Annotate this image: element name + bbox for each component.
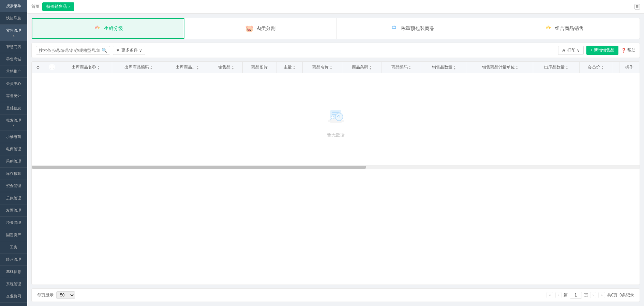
th-product-img: 商品图片 [242,62,276,73]
sort-arrows-product-code[interactable]: ▲▼ [409,65,411,70]
toggle-sidebar-icon[interactable]: ☰ [634,4,640,10]
sort-arrows-barcode[interactable]: ▲▼ [369,65,372,70]
horizontal-scrollbar-thumb[interactable] [32,166,366,169]
svg-point-0 [95,27,97,29]
col-outbound-code: 出库商品编码 [124,64,149,70]
last-page-button[interactable]: » [598,292,605,298]
page-size-select[interactable]: 50 10 20 100 [56,291,75,299]
th-extra [612,62,619,73]
sort-arrows-sale-qty[interactable]: ▲▼ [453,65,456,70]
sidebar-item-guide[interactable]: 新手引导 [0,303,27,306]
help-button[interactable]: ❓ 帮助 [621,47,635,53]
th-checkbox[interactable] [45,62,59,73]
next-page-button[interactable]: › [590,292,596,298]
search-input[interactable] [39,48,100,53]
sidebar-item-finance[interactable]: 资金管理 [0,180,27,192]
sidebar-item-search-menu[interactable]: 搜索菜单 [0,0,27,12]
topbar-home-link[interactable]: 首页 [31,4,40,10]
sort-arrows-sale[interactable]: ▲▼ [231,65,234,70]
sidebar-item-inventory[interactable]: 库存核算 [0,168,27,180]
pagination-bar: 每页显示 50 10 20 100 « ‹ 第 页 › » 共0页 0条记录 [31,288,640,302]
sidebar-item-tax[interactable]: 税务管理 [0,217,27,229]
th-main-qty: 主量 ▲▼ [276,62,303,73]
pagination-left: 每页显示 50 10 20 100 [37,291,75,299]
total-pages: 共0页 [607,292,618,298]
sidebar-item-basic-info[interactable]: 基础信息 [0,102,27,114]
topbar-active-tab[interactable]: 特殊销售品 × [42,2,74,11]
sidebar-item-invoice[interactable]: 发票管理 [0,204,27,217]
th-sale-unit: 销售商品计量单位 ▲▼ [467,62,533,73]
tab-close-icon[interactable]: × [68,5,70,9]
search-menu-label: 搜索菜单 [6,4,21,8]
sidebar: 搜索菜单 快捷导航 零售管理 ▲ 智慧门店 零售商城 营销推广 会员中心 零售统… [0,0,27,306]
col-product-name: 商品名称 [312,64,329,70]
page-content: 生鲜分级 🐷 肉类分割 称重预包装商品 [27,14,644,306]
tab-weigh-prepack[interactable]: 称重预包装商品 [336,18,488,39]
add-product-button[interactable]: + 新增销售品 [586,46,618,55]
tab-combo-sales[interactable]: 组合商品销售 [488,18,640,39]
col-sale-unit: 销售商品计量单位 [482,64,515,70]
weigh-prepack-icon [390,24,398,33]
tab-label-combo: 组合商品销售 [555,26,584,32]
sort-arrows-outbound-etc[interactable]: ▲▼ [196,65,199,70]
first-page-button[interactable]: « [546,292,553,298]
topbar-right: ☰ [634,4,640,10]
page-label: 第 [564,292,568,298]
select-all-checkbox[interactable] [50,65,54,69]
svg-point-8 [548,26,549,27]
sidebar-item-wholesale-mgmt[interactable]: 批发管理 ▼ [0,114,27,131]
sidebar-item-ledger[interactable]: 总账管理 [0,192,27,204]
prev-page-button[interactable]: ‹ [555,292,561,298]
filter-label: 更多条件 [121,47,138,53]
th-outbound-code: 出库商品编码 ▲▼ [112,62,165,73]
col-outbound-name: 出库商品名称 [72,64,96,70]
col-action: 操作 [625,65,633,70]
sidebar-item-retail-mgmt[interactable]: 零售管理 ▲ [0,25,27,41]
horizontal-scrollbar-area[interactable] [32,165,640,169]
sidebar-item-fixed-assets[interactable]: 固定资产 [0,229,27,241]
col-product-code: 商品编码 [391,64,408,70]
th-sale-qty: 销售品数量 ▲▼ [421,62,467,73]
sidebar-item-smart-store[interactable]: 智慧门店 [0,41,27,53]
toolbar-right: 🖨 打印 ∨ + 新增销售品 ❓ 帮助 [558,46,635,55]
sidebar-item-retail-stats[interactable]: 零售统计 [0,90,27,102]
col-sale-qty: 销售品数量 [432,64,452,70]
sidebar-item-ecommerce[interactable]: 小畅电商 [0,131,27,143]
sort-arrows-outbound-code[interactable]: ▲▼ [150,65,152,70]
filter-button[interactable]: ▼ 更多条件 ∨ [113,46,145,55]
sidebar-item-salary[interactable]: 工资 [0,241,27,254]
sidebar-item-purchase-mgmt[interactable]: 采购管理 [0,155,27,168]
combo-sales-icon [544,24,552,33]
sidebar-item-quick-nav[interactable]: 快捷导航 [0,12,27,25]
sidebar-item-enterprise[interactable]: 企业协同 [0,290,27,303]
page-unit: 页 [584,292,588,298]
print-button[interactable]: 🖨 打印 ∨ [558,46,584,55]
sort-arrows-sale-unit[interactable]: ▲▼ [516,65,518,70]
sidebar-item-retail-mall[interactable]: 零售商城 [0,53,27,65]
toolbar: 🔍 ▼ 更多条件 ∨ 🖨 打印 ∨ + 新增销售品 ❓ [31,43,640,58]
tab-fresh-grading[interactable]: 生鲜分级 [32,18,184,39]
tab-label-fresh: 生鲜分级 [104,26,123,32]
sidebar-item-basic-info-2[interactable]: 基础信息 [0,266,27,278]
sidebar-item-operations[interactable]: 经营管理 [0,254,27,266]
sidebar-item-system[interactable]: 系统管理 [0,278,27,290]
sort-arrows-main-qty[interactable]: ▲▼ [293,65,295,70]
sort-arrows-product-name[interactable]: ▲▼ [330,65,332,70]
sidebar-item-marketing[interactable]: 营销推广 [0,65,27,78]
th-settings[interactable]: ⚙ [32,62,45,73]
help-icon: ❓ [621,48,626,53]
sort-arrows-outbound-name[interactable]: ▲▼ [97,65,100,70]
col-outbound-etc: 出库商品... [176,64,195,70]
svg-point-9 [549,27,551,29]
tab-meat-cutting[interactable]: 🐷 肉类分割 [184,18,336,39]
page-number-input[interactable] [570,292,582,299]
th-outbound-name: 出库商品名称 ▲▼ [59,62,112,73]
sort-arrows-outbound-qty[interactable]: ▲▼ [566,65,568,70]
sidebar-item-ecommerce-mgmt[interactable]: 电商管理 [0,143,27,155]
main-area: 首页 特殊销售品 × ☰ 生鲜分级 🐷 [27,0,644,306]
sort-arrows-member-price[interactable]: ▲▼ [601,65,603,70]
sidebar-item-member-center[interactable]: 会员中心 [0,78,27,90]
th-barcode: 商品条码 ▲▼ [342,62,381,73]
search-icon[interactable]: 🔍 [102,48,107,53]
svg-point-1 [96,26,98,27]
